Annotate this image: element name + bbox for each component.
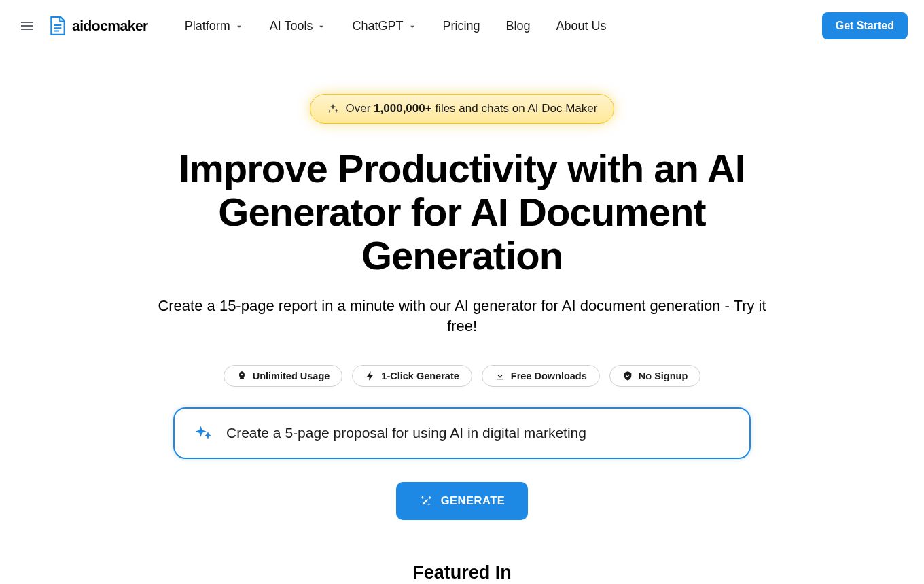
hero-subtitle: Create a 15-page report in a minute with… bbox=[149, 296, 775, 336]
nav-pricing-label: Pricing bbox=[443, 19, 480, 33]
get-started-button[interactable]: Get Started bbox=[822, 12, 908, 39]
download-icon bbox=[495, 371, 505, 381]
generate-button-label: GENERATE bbox=[441, 494, 505, 507]
sparkle-icon bbox=[327, 103, 339, 115]
feature-chips: Unlimited Usage 1-Click Generate Free Do… bbox=[224, 365, 701, 387]
chip-nosignup: No Signup bbox=[609, 365, 701, 387]
nav-blog-label: Blog bbox=[506, 19, 531, 33]
nav-blog[interactable]: Blog bbox=[506, 19, 531, 33]
nav-pricing[interactable]: Pricing bbox=[443, 19, 480, 33]
header: aidocmaker Platform AI Tools ChatGPT Pri… bbox=[0, 0, 924, 52]
stats-badge: Over 1,000,000+ files and chats on AI Do… bbox=[310, 94, 615, 124]
nav-chatgpt[interactable]: ChatGPT bbox=[352, 19, 416, 33]
magic-wand-icon bbox=[419, 494, 433, 508]
chip-unlimited-label: Unlimited Usage bbox=[253, 371, 330, 381]
hamburger-icon bbox=[19, 18, 35, 34]
generate-button[interactable]: GENERATE bbox=[396, 482, 528, 520]
logo-doc-icon bbox=[49, 16, 67, 36]
logo[interactable]: aidocmaker bbox=[49, 16, 148, 36]
chip-unlimited: Unlimited Usage bbox=[224, 365, 343, 387]
chip-free-label: Free Downloads bbox=[511, 371, 587, 381]
nav-platform[interactable]: Platform bbox=[185, 19, 244, 33]
sparkle-icon bbox=[194, 424, 213, 443]
chip-oneclick-label: 1-Click Generate bbox=[381, 371, 459, 381]
nav-platform-label: Platform bbox=[185, 19, 230, 33]
nav-about-label: About Us bbox=[556, 19, 607, 33]
chip-oneclick: 1-Click Generate bbox=[352, 365, 472, 387]
hero: Over 1,000,000+ files and chats on AI Do… bbox=[0, 52, 924, 584]
chevron-down-icon bbox=[234, 22, 244, 31]
nav-aitools[interactable]: AI Tools bbox=[270, 19, 327, 33]
menu-button[interactable] bbox=[16, 15, 38, 37]
rocket-icon bbox=[236, 371, 247, 381]
hero-title: Improve Productivity with an AI Generato… bbox=[122, 147, 802, 277]
chevron-down-icon bbox=[317, 22, 326, 31]
bolt-icon bbox=[365, 371, 376, 381]
nav-chatgpt-label: ChatGPT bbox=[352, 19, 403, 33]
prompt-input[interactable] bbox=[226, 425, 730, 441]
featured-section: Featured In WIRED guido G V S Geeky Gadg… bbox=[236, 562, 688, 584]
prompt-box[interactable] bbox=[173, 407, 751, 459]
chip-nosignup-label: No Signup bbox=[639, 371, 688, 381]
nav-about[interactable]: About Us bbox=[556, 19, 607, 33]
shield-check-icon bbox=[622, 371, 633, 381]
nav-aitools-label: AI Tools bbox=[270, 19, 313, 33]
featured-title: Featured In bbox=[236, 562, 688, 583]
main-nav: Platform AI Tools ChatGPT Pricing Blog A… bbox=[185, 19, 607, 33]
chip-free: Free Downloads bbox=[482, 365, 600, 387]
badge-text: Over 1,000,000+ files and chats on AI Do… bbox=[346, 102, 598, 116]
logo-text: aidocmaker bbox=[72, 18, 148, 34]
chevron-down-icon bbox=[408, 22, 417, 31]
